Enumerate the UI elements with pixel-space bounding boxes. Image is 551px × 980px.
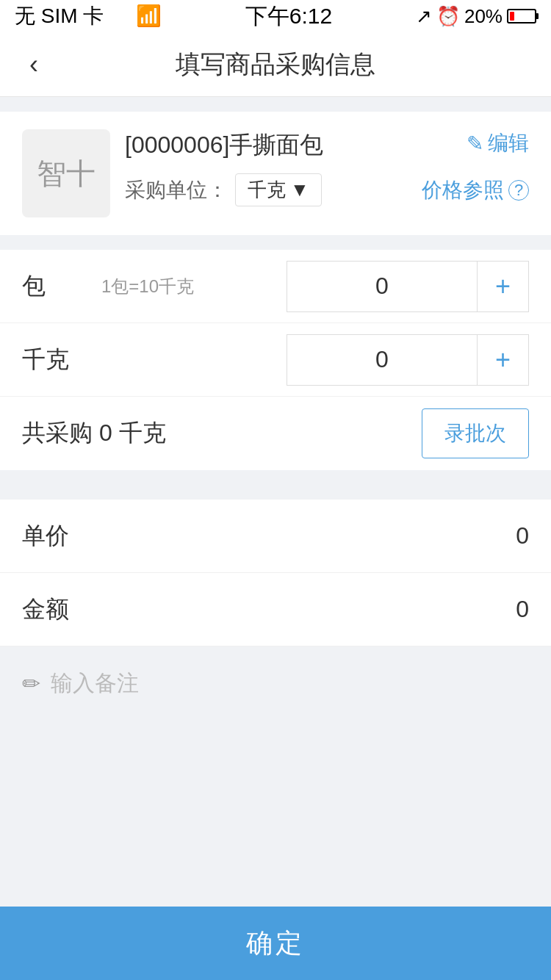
bao-input[interactable] (287, 261, 478, 312)
product-name: [0000006]手撕面包 (125, 129, 323, 162)
page-title: 填写商品采购信息 (176, 48, 375, 82)
pencil-icon: ✏ (22, 671, 40, 696)
status-bar-right: ↗ ⏰ 20% (416, 5, 536, 28)
kg-input[interactable] (287, 334, 478, 386)
product-card: 智十 [0000006]手撕面包 ✎ 编辑 采购单位： 千克 ▼ 价格参照 ? (0, 112, 551, 235)
unit-select[interactable]: 千克 ▼ (235, 173, 322, 206)
question-icon: ? (508, 180, 529, 201)
confirm-button[interactable]: 确定 (0, 907, 551, 980)
bao-row: 包 1包=10千克 + (0, 250, 551, 323)
kg-row: 千克 + (0, 323, 551, 397)
unit-value: 千克 (248, 177, 286, 203)
content-spacer (0, 721, 551, 907)
edit-label: 编辑 (488, 129, 529, 157)
unit-price-row: 单价 0 (0, 500, 551, 573)
unit-price-label: 单价 (22, 520, 69, 552)
batch-button[interactable]: 录批次 (422, 408, 529, 458)
chevron-down-icon: ▼ (290, 179, 309, 201)
product-header: [0000006]手撕面包 ✎ 编辑 (125, 129, 529, 162)
summary-text: 共采购 0 千克 (22, 417, 166, 450)
bao-plus-button[interactable]: + (478, 261, 529, 312)
divider-2 (0, 470, 551, 485)
alarm-icon: ⏰ (436, 5, 460, 28)
wifi-icon: 📶 (115, 4, 162, 27)
price-ref-label: 价格参照 (422, 176, 504, 204)
kg-input-group: + (287, 334, 529, 386)
quantity-section: 包 1包=10千克 + 千克 + (0, 250, 551, 397)
kg-label: 千克 (22, 344, 96, 376)
unit-label-text: 采购单位： (125, 176, 228, 204)
unit-label-group: 采购单位： 千克 ▼ (125, 173, 322, 206)
product-meta: 采购单位： 千克 ▼ 价格参照 ? (125, 173, 529, 206)
edit-button[interactable]: ✎ 编辑 (467, 129, 529, 157)
amount-label: 金额 (22, 594, 69, 626)
divider-1 (0, 235, 551, 250)
bao-sublabel: 1包=10千克 (101, 275, 194, 298)
amount-row: 金额 0 (0, 573, 551, 646)
nav-bar: ‹ 填写商品采购信息 (0, 32, 551, 97)
no-sim-text: 无 SIM 卡 (15, 4, 104, 27)
bao-label: 包 (22, 270, 96, 303)
unit-price-value: 0 (516, 522, 529, 550)
edit-icon: ✎ (467, 131, 483, 156)
back-button[interactable]: ‹ (22, 42, 46, 87)
battery-percent: 20% (464, 5, 503, 28)
battery-indicator (507, 9, 536, 24)
product-logo-text: 智十 (37, 154, 96, 194)
status-bar: 无 SIM 卡 📶 下午6:12 ↗ ⏰ 20% (0, 0, 551, 32)
note-section[interactable]: ✏ 输入备注 (0, 646, 551, 721)
location-icon: ↗ (416, 5, 432, 28)
kg-plus-button[interactable]: + (478, 334, 529, 386)
bao-input-group: + (287, 261, 529, 312)
price-section: 单价 0 金额 0 (0, 500, 551, 646)
summary-row: 共采购 0 千克 录批次 (0, 397, 551, 470)
status-bar-left: 无 SIM 卡 📶 (15, 2, 162, 30)
note-placeholder: 输入备注 (51, 669, 139, 699)
product-info: [0000006]手撕面包 ✎ 编辑 采购单位： 千克 ▼ 价格参照 ? (125, 129, 529, 206)
status-bar-time: 下午6:12 (245, 1, 332, 32)
amount-value: 0 (516, 596, 529, 623)
product-image: 智十 (22, 129, 110, 217)
price-ref-button[interactable]: 价格参照 ? (422, 176, 529, 204)
